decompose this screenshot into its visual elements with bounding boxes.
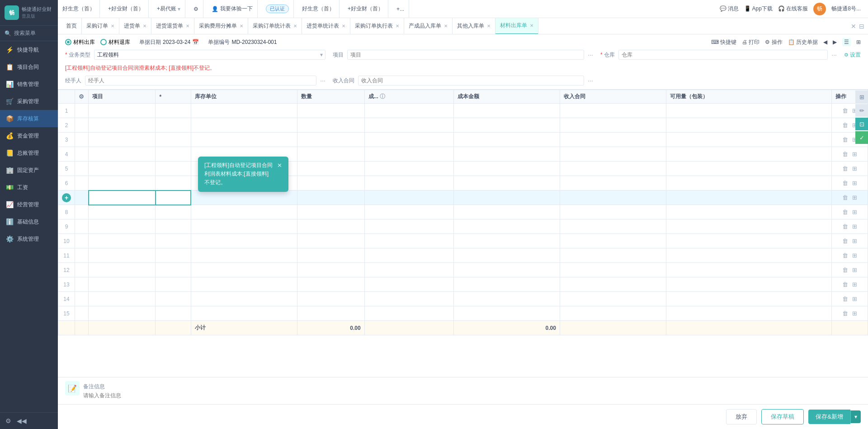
note-input[interactable] — [83, 391, 151, 400]
tab-close-purchase-expense[interactable]: ✕ — [240, 24, 243, 29]
tab-list-icon[interactable]: ⊟ — [859, 23, 864, 30]
radio-outbound[interactable]: 材料出库 — [65, 38, 95, 46]
sidebar-item-operations[interactable]: 📈 经营管理 — [0, 196, 58, 213]
copy-row-14-btn[interactable]: ⊞ — [851, 295, 859, 303]
income-contract-input[interactable] — [358, 76, 584, 86]
message-btn[interactable]: 💬 消息 — [720, 5, 739, 13]
nav-try[interactable]: 👤 我要体验一下 — [207, 0, 258, 18]
warehouse-input[interactable] — [618, 50, 828, 60]
list-view-icon[interactable]: ☰ — [842, 38, 851, 46]
copy-row-8-btn[interactable]: ⊞ — [851, 208, 859, 216]
copy-row-7-btn[interactable]: ⊞ — [851, 193, 859, 202]
project-input[interactable] — [347, 50, 584, 60]
nav-good-business-2[interactable]: 好生意（首） — [297, 0, 340, 18]
right-icon-4[interactable]: ✓ — [855, 131, 868, 144]
sidebar-item-shortcut[interactable]: ⚡ 快捷导航 — [0, 41, 58, 58]
tooltip-close-btn[interactable]: ✕ — [277, 161, 282, 171]
app-download-btn[interactable]: 📱 App下载 — [744, 5, 773, 13]
delete-row-12-btn[interactable]: 🗑 — [841, 266, 849, 274]
tab-close-receipt[interactable]: ✕ — [143, 24, 146, 29]
tab-purchase-expense[interactable]: 采购费用分摊单 ✕ — [194, 18, 248, 34]
copy-row-11-btn[interactable]: ⊞ — [851, 251, 859, 260]
delete-row-13-btn[interactable]: 🗑 — [841, 280, 849, 289]
nav-next-icon[interactable]: ▶ — [833, 39, 837, 45]
online-service-btn[interactable]: 🎧 在线客服 — [778, 5, 808, 13]
collapse-icon[interactable]: ◀◀ — [17, 417, 27, 424]
save-new-arrow-btn[interactable]: ▾ — [850, 410, 861, 423]
delete-row-1-btn[interactable]: 🗑 — [841, 106, 849, 115]
copy-row-4-btn[interactable]: ⊞ — [851, 150, 859, 158]
right-icon-1[interactable]: ⊞ — [855, 91, 868, 103]
delete-row-7-btn[interactable]: 🗑 — [841, 193, 849, 202]
nav-prev-icon[interactable]: ◀ — [823, 39, 827, 45]
copy-row-12-btn[interactable]: ⊞ — [851, 266, 859, 274]
delete-row-3-btn[interactable]: 🗑 — [841, 135, 849, 144]
delete-row-8-btn[interactable]: 🗑 — [841, 208, 849, 216]
tab-receipt-stats[interactable]: 进货单统计表 ✕ — [302, 18, 350, 34]
username[interactable]: 畅捷通8号... — [831, 5, 861, 13]
nav-easy-account[interactable]: +易代账 ▾ — [152, 0, 185, 18]
right-icon-3[interactable]: ⊡ — [855, 118, 868, 130]
nav-settings[interactable]: ⚙ — [189, 0, 203, 18]
radio-return[interactable]: 材料退库 — [100, 38, 130, 46]
sidebar-item-project[interactable]: 📋 项目合同 — [0, 58, 58, 76]
copy-row-5-btn[interactable]: ⊞ — [851, 164, 859, 173]
delete-row-9-btn[interactable]: 🗑 — [841, 222, 849, 231]
project-more-icon[interactable]: ··· — [588, 51, 593, 58]
history-btn[interactable]: 📋 历史单据 — [788, 38, 818, 46]
settings-icon[interactable]: ⚙ — [5, 417, 11, 424]
sidebar-item-basic-info[interactable]: ℹ️ 基础信息 — [0, 213, 58, 230]
sidebar-item-purchase[interactable]: 🛒 采购管理 — [0, 93, 58, 110]
settings-icon2[interactable]: ⚙ 设置 — [844, 51, 861, 59]
table-settings-gear-icon[interactable]: ⚙ — [79, 93, 84, 100]
save-new-main-btn[interactable]: 保存&新增 — [808, 410, 850, 424]
income-contract-more-icon[interactable]: ··· — [588, 77, 593, 84]
delete-row-5-btn[interactable]: 🗑 — [841, 164, 849, 173]
copy-row-6-btn[interactable]: ⊞ — [851, 179, 859, 187]
delete-row-2-btn[interactable]: 🗑 — [841, 121, 849, 129]
operations-btn[interactable]: ⚙ 操作 — [765, 38, 782, 46]
delete-row-10-btn[interactable]: 🗑 — [841, 237, 849, 245]
nav-good-finance-2[interactable]: +好业财（首） — [343, 0, 388, 18]
nav-good-finance[interactable]: +好业财（首） — [104, 0, 149, 18]
close-window-icon[interactable]: ✕ — [851, 23, 856, 30]
sidebar-item-salary[interactable]: 💵 工资 — [0, 179, 58, 196]
right-icon-2[interactable]: ✏ — [855, 104, 868, 117]
business-type-input[interactable] — [94, 50, 326, 60]
tab-other-inbound[interactable]: 其他入库单 ✕ — [453, 18, 495, 34]
discard-button[interactable]: 放弃 — [726, 409, 757, 424]
handler-input[interactable] — [85, 76, 316, 86]
shortcut-btn[interactable]: ⌨ 快捷键 — [711, 38, 736, 46]
tab-receipt[interactable]: 进货单 ✕ — [119, 18, 151, 34]
info-icon[interactable]: ⓘ — [380, 93, 385, 100]
nav-certified[interactable]: 已认证 — [261, 0, 294, 18]
user-avatar[interactable]: 畅 — [813, 3, 826, 15]
tab-close-purchase-stats[interactable]: ✕ — [293, 24, 297, 29]
date-value[interactable]: 2023-03-24 — [163, 39, 190, 45]
sidebar-item-sales[interactable]: 📊 销售管理 — [0, 76, 58, 93]
copy-row-15-btn[interactable]: ⊞ — [851, 309, 859, 318]
tab-purchase-stats[interactable]: 采购订单统计表 ✕ — [248, 18, 302, 34]
delete-row-15-btn[interactable]: 🗑 — [841, 309, 849, 318]
tab-close-purchase-order[interactable]: ✕ — [111, 24, 114, 29]
th-settings[interactable]: ⚙ — [75, 90, 89, 104]
tab-close-receipt-stats[interactable]: ✕ — [342, 24, 345, 29]
warehouse-more-icon[interactable]: ··· — [831, 51, 837, 58]
add-row-btn[interactable]: + — [62, 193, 71, 202]
tab-close-purchase-exec[interactable]: ✕ — [396, 24, 399, 29]
handler-more-icon[interactable]: ··· — [320, 77, 326, 84]
delete-row-11-btn[interactable]: 🗑 — [841, 251, 849, 260]
sidebar-item-inventory[interactable]: 📦 库存核算 — [0, 110, 58, 127]
tab-purchase-order[interactable]: 采购订单 ✕ — [82, 18, 119, 34]
sidebar-item-ledger[interactable]: 📒 总账管理 — [0, 144, 58, 162]
sidebar-item-system[interactable]: ⚙️ 系统管理 — [0, 230, 58, 248]
copy-row-9-btn[interactable]: ⊞ — [851, 222, 859, 231]
save-draft-button[interactable]: 保存草稿 — [761, 409, 804, 424]
copy-row-10-btn[interactable]: ⊞ — [851, 237, 859, 245]
delete-row-6-btn[interactable]: 🗑 — [841, 179, 849, 187]
tab-product-inbound[interactable]: 产成品入库单 ✕ — [404, 18, 453, 34]
tab-purchase-exec[interactable]: 采购订单执行表 ✕ — [350, 18, 404, 34]
copy-row-13-btn[interactable]: ⊞ — [851, 280, 859, 289]
delete-row-14-btn[interactable]: 🗑 — [841, 295, 849, 303]
tab-material-outbound[interactable]: 材料出库单 ✕ — [495, 18, 538, 34]
